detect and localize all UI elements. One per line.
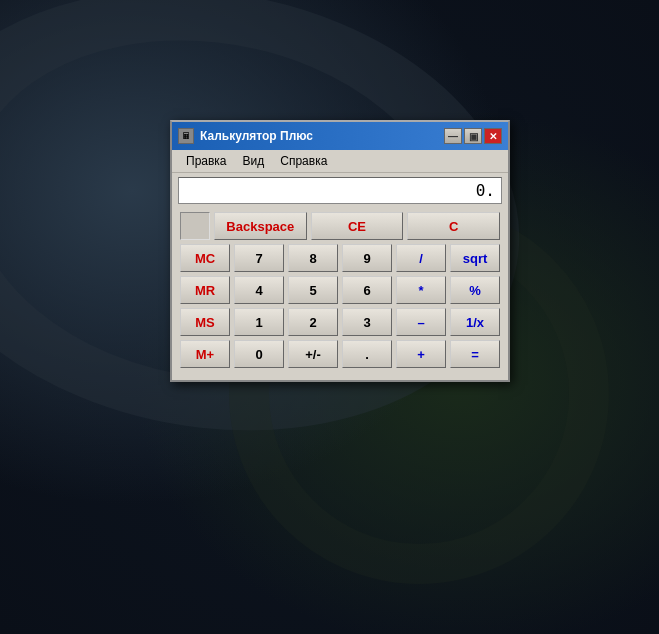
button-row-5: M+ 0 +/- . + = bbox=[180, 340, 500, 368]
4-button[interactable]: 4 bbox=[234, 276, 284, 304]
mplus-button[interactable]: M+ bbox=[180, 340, 230, 368]
window-title: Калькулятор Плюс bbox=[200, 129, 438, 143]
minimize-button[interactable]: — bbox=[444, 128, 462, 144]
app-icon: 🖩 bbox=[178, 128, 194, 144]
multiply-button[interactable]: * bbox=[396, 276, 446, 304]
window-controls: — ▣ ✕ bbox=[444, 128, 502, 144]
6-button[interactable]: 6 bbox=[342, 276, 392, 304]
c-button[interactable]: C bbox=[407, 212, 500, 240]
9-button[interactable]: 9 bbox=[342, 244, 392, 272]
menu-bar: Правка Вид Справка bbox=[172, 150, 508, 173]
5-button[interactable]: 5 bbox=[288, 276, 338, 304]
button-row-1: Backspace CE C bbox=[180, 212, 500, 240]
mc-button[interactable]: MC bbox=[180, 244, 230, 272]
dot-button[interactable]: . bbox=[342, 340, 392, 368]
7-button[interactable]: 7 bbox=[234, 244, 284, 272]
display-area: 0. bbox=[172, 173, 508, 208]
maximize-button[interactable]: ▣ bbox=[464, 128, 482, 144]
0-button[interactable]: 0 bbox=[234, 340, 284, 368]
divide-button[interactable]: / bbox=[396, 244, 446, 272]
button-row-4: MS 1 2 3 – 1/x bbox=[180, 308, 500, 336]
title-bar: 🖩 Калькулятор Плюс — ▣ ✕ bbox=[172, 122, 508, 150]
2-button[interactable]: 2 bbox=[288, 308, 338, 336]
3-button[interactable]: 3 bbox=[342, 308, 392, 336]
ce-button[interactable]: CE bbox=[311, 212, 404, 240]
calculator-window: 🖩 Калькулятор Плюс — ▣ ✕ Правка Вид Спра… bbox=[170, 120, 510, 382]
sign-button[interactable]: +/- bbox=[288, 340, 338, 368]
calculator-display: 0. bbox=[178, 177, 502, 204]
menu-view[interactable]: Вид bbox=[237, 152, 271, 170]
close-button[interactable]: ✕ bbox=[484, 128, 502, 144]
add-button[interactable]: + bbox=[396, 340, 446, 368]
8-button[interactable]: 8 bbox=[288, 244, 338, 272]
subtract-button[interactable]: – bbox=[396, 308, 446, 336]
sqrt-button[interactable]: sqrt bbox=[450, 244, 500, 272]
1-button[interactable]: 1 bbox=[234, 308, 284, 336]
menu-edit[interactable]: Правка bbox=[180, 152, 233, 170]
percent-button[interactable]: % bbox=[450, 276, 500, 304]
inverse-button[interactable]: 1/x bbox=[450, 308, 500, 336]
ms-button[interactable]: MS bbox=[180, 308, 230, 336]
menu-help[interactable]: Справка bbox=[274, 152, 333, 170]
button-row-2: MC 7 8 9 / sqrt bbox=[180, 244, 500, 272]
memory-display bbox=[180, 212, 210, 240]
calculator-body: Backspace CE C MC 7 8 9 / sqrt MR 4 5 6 … bbox=[172, 208, 508, 380]
equals-button[interactable]: = bbox=[450, 340, 500, 368]
backspace-button[interactable]: Backspace bbox=[214, 212, 307, 240]
mr-button[interactable]: MR bbox=[180, 276, 230, 304]
button-row-3: MR 4 5 6 * % bbox=[180, 276, 500, 304]
